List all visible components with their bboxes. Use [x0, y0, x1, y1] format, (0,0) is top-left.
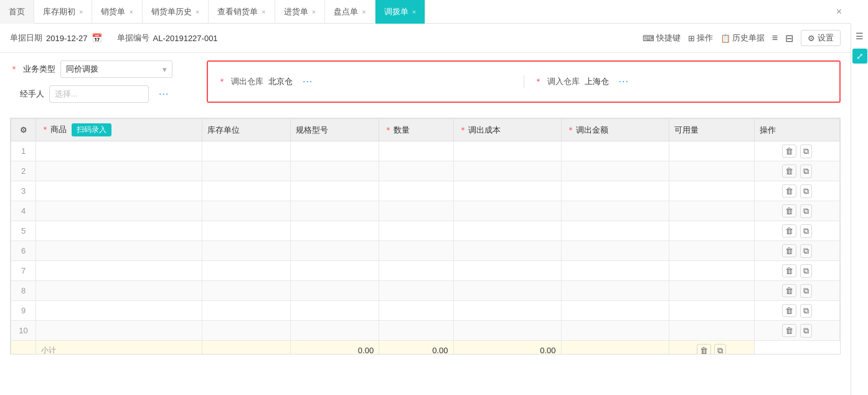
- sidebar-list-icon[interactable]: ☰: [852, 29, 867, 44]
- amount-cell[interactable]: [561, 161, 669, 181]
- calendar-icon[interactable]: 📅: [92, 33, 102, 43]
- spec-cell[interactable]: [291, 181, 379, 201]
- delete-row-button[interactable]: 🗑: [782, 284, 796, 297]
- product-cell[interactable]: [36, 321, 202, 341]
- delete-row-button[interactable]: 🗑: [782, 304, 796, 317]
- close-icon[interactable]: ×: [262, 8, 265, 16]
- tab-transfer-order[interactable]: 调拨单 ×: [375, 0, 425, 24]
- delete-row-button[interactable]: 🗑: [782, 184, 796, 198]
- copy-row-button[interactable]: ⧉: [800, 324, 812, 338]
- amount-cell[interactable]: [561, 321, 669, 341]
- qty-cell[interactable]: [379, 241, 453, 261]
- qty-cell[interactable]: [379, 261, 453, 281]
- scan-input-button[interactable]: 扫码录入: [72, 123, 111, 136]
- close-icon[interactable]: ×: [312, 8, 316, 16]
- product-cell[interactable]: [36, 141, 202, 161]
- tab-inventory-check[interactable]: 盘点单 ×: [325, 0, 375, 24]
- amount-cell[interactable]: [561, 141, 669, 161]
- biz-type-select[interactable]: 同价调拨 ▾: [60, 60, 172, 78]
- person-more-button[interactable]: ···: [159, 88, 169, 100]
- product-cell[interactable]: [36, 281, 202, 301]
- close-icon[interactable]: ×: [196, 8, 199, 16]
- close-icon[interactable]: ×: [129, 8, 133, 16]
- delete-row-button[interactable]: 🗑: [782, 244, 796, 257]
- spec-cell[interactable]: [291, 281, 379, 301]
- qty-cell[interactable]: [379, 161, 453, 181]
- spec-cell[interactable]: [291, 261, 379, 281]
- delete-row-button[interactable]: 🗑: [782, 164, 796, 178]
- qty-cell[interactable]: [379, 141, 453, 161]
- qty-cell[interactable]: [379, 221, 453, 241]
- spec-cell[interactable]: [291, 321, 379, 341]
- product-cell[interactable]: [36, 161, 202, 181]
- amount-cell[interactable]: [561, 281, 669, 301]
- copy-row-button[interactable]: ⧉: [800, 224, 812, 238]
- sidebar-expand-icon[interactable]: ⤢: [852, 49, 867, 64]
- close-icon[interactable]: ×: [412, 8, 416, 16]
- copy-row-button[interactable]: ⧉: [800, 204, 812, 218]
- close-icon[interactable]: ×: [362, 8, 366, 16]
- copy-row-button[interactable]: ⧉: [800, 244, 812, 258]
- qty-cell[interactable]: [379, 281, 453, 301]
- spec-cell[interactable]: [291, 161, 379, 181]
- qty-cell[interactable]: [379, 321, 453, 341]
- amount-cell[interactable]: [561, 301, 669, 321]
- spec-cell[interactable]: [291, 201, 379, 221]
- layout2-icon[interactable]: ⊟: [785, 32, 793, 44]
- product-cell[interactable]: [36, 261, 202, 281]
- person-select[interactable]: 选择...: [49, 85, 149, 103]
- in-warehouse-more-button[interactable]: ···: [619, 76, 629, 87]
- spec-cell[interactable]: [291, 141, 379, 161]
- copy-row-button[interactable]: ⧉: [800, 304, 812, 318]
- amount-cell[interactable]: [561, 241, 669, 261]
- cost-cell[interactable]: [453, 241, 561, 261]
- product-cell[interactable]: [36, 201, 202, 221]
- cost-cell[interactable]: [453, 141, 561, 161]
- tab-sales-history[interactable]: 销货单历史 ×: [143, 0, 209, 24]
- spec-cell[interactable]: [291, 301, 379, 321]
- tab-sales-order[interactable]: 销货单 ×: [92, 0, 142, 24]
- copy-button[interactable]: ⧉: [714, 344, 726, 355]
- cost-cell[interactable]: [453, 181, 561, 201]
- table-gear-header[interactable]: ⚙: [11, 119, 36, 141]
- tab-home[interactable]: 首页: [0, 0, 34, 24]
- delete-row-button[interactable]: 🗑: [782, 224, 796, 237]
- cost-cell[interactable]: [453, 221, 561, 241]
- copy-row-button[interactable]: ⧉: [800, 164, 812, 178]
- delete-row-button[interactable]: 🗑: [782, 145, 796, 158]
- tab-view-sales[interactable]: 查看销货单 ×: [209, 0, 275, 24]
- delete-row-button[interactable]: 🗑: [782, 324, 796, 337]
- spec-cell[interactable]: [291, 241, 379, 261]
- shortcuts-button[interactable]: ⌨ 快捷键: [643, 32, 681, 44]
- cost-cell[interactable]: [453, 281, 561, 301]
- cost-cell[interactable]: [453, 321, 561, 341]
- cost-cell[interactable]: [453, 261, 561, 281]
- amount-cell[interactable]: [561, 201, 669, 221]
- amount-cell[interactable]: [561, 181, 669, 201]
- product-cell[interactable]: [36, 241, 202, 261]
- amount-cell[interactable]: [561, 221, 669, 241]
- copy-row-button[interactable]: ⧉: [800, 145, 812, 158]
- qty-cell[interactable]: [379, 201, 453, 221]
- out-warehouse-more-button[interactable]: ···: [303, 76, 313, 87]
- delete-button[interactable]: 🗑: [697, 344, 711, 355]
- copy-row-button[interactable]: ⧉: [800, 184, 812, 198]
- amount-cell[interactable]: [561, 261, 669, 281]
- history-button[interactable]: 📋 历史单据: [720, 32, 765, 44]
- tab-purchase-order[interactable]: 进货单 ×: [275, 0, 325, 24]
- layout1-icon[interactable]: ≡: [772, 32, 778, 44]
- close-icon[interactable]: ×: [79, 8, 83, 16]
- cost-cell[interactable]: [453, 301, 561, 321]
- delete-row-button[interactable]: 🗑: [782, 264, 796, 277]
- operations-button[interactable]: ⊞ 操作: [688, 32, 713, 44]
- spec-cell[interactable]: [291, 221, 379, 241]
- cost-cell[interactable]: [453, 161, 561, 181]
- cost-cell[interactable]: [453, 201, 561, 221]
- copy-row-button[interactable]: ⧉: [800, 284, 812, 298]
- copy-row-button[interactable]: ⧉: [800, 264, 812, 278]
- product-cell[interactable]: [36, 301, 202, 321]
- delete-row-button[interactable]: 🗑: [782, 204, 796, 217]
- tab-bar-close-button[interactable]: ×: [828, 6, 851, 17]
- product-cell[interactable]: [36, 181, 202, 201]
- qty-cell[interactable]: [379, 301, 453, 321]
